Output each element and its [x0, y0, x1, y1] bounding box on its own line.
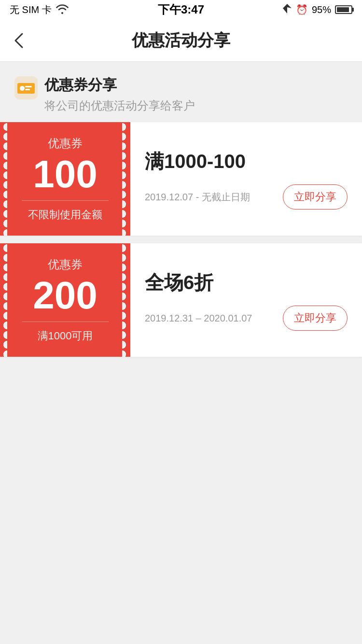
coupon-label-2: 优惠券 [48, 257, 83, 272]
coupon-condition-1: 不限制使用金额 [28, 208, 102, 222]
coupon-list: 优惠券 100 不限制使用金额 满1000-100 2019.12.07 - 无… [0, 122, 362, 379]
coupon-amount-1: 100 [33, 155, 97, 194]
coupon-divider-2 [22, 322, 109, 322]
section-title: 优惠券分享 [44, 75, 195, 95]
coupon-left-stub: 优惠券 200 满1000可用 [0, 243, 130, 357]
alarm-icon: ⏰ [296, 4, 308, 15]
status-right: ⏰ 95% [282, 3, 352, 16]
coupon-amount-2: 200 [33, 276, 97, 315]
bottom-space [0, 379, 362, 644]
status-time: 下午3:47 [158, 2, 204, 17]
coupon-meta-1: 2019.12.07 - 无截止日期 立即分享 [145, 184, 348, 210]
wifi-icon [56, 3, 69, 16]
section-subtitle: 将公司的优惠活动分享给客户 [44, 98, 195, 113]
coupon-left-stub: 优惠券 100 不限制使用金额 [0, 122, 130, 236]
coupon-card: 优惠券 200 满1000可用 全场6折 2019.12.31 – 2020.0… [0, 243, 362, 357]
page-title: 优惠活动分享 [132, 29, 230, 52]
location-icon [282, 3, 292, 16]
coupon-date-1: 2019.12.07 - 无截止日期 [145, 191, 250, 204]
coupon-condition-2: 满1000可用 [38, 329, 93, 343]
coupon-name-2: 全场6折 [145, 269, 348, 296]
coupon-label-1: 优惠券 [48, 136, 83, 151]
svg-rect-4 [25, 89, 30, 90]
coupon-date-2: 2019.12.31 – 2020.01.07 [145, 313, 252, 324]
share-button-1[interactable]: 立即分享 [283, 184, 348, 210]
status-bar: 无 SIM 卡 下午3:47 ⏰ 95% [0, 0, 362, 19]
svg-rect-3 [25, 86, 32, 87]
section-header: 优惠券分享 将公司的优惠活动分享给客户 [0, 62, 362, 122]
battery-icon [335, 5, 352, 14]
coupon-name-1: 满1000-100 [145, 148, 348, 175]
status-left: 无 SIM 卡 [10, 3, 69, 16]
coupon-divider-1 [22, 200, 109, 201]
coupon-meta-2: 2019.12.31 – 2020.01.07 立即分享 [145, 306, 348, 331]
section-text: 优惠券分享 将公司的优惠活动分享给客户 [44, 75, 195, 113]
back-button[interactable] [14, 32, 24, 49]
coupon-share-icon [14, 76, 38, 99]
carrier-text: 无 SIM 卡 [10, 3, 52, 16]
coupon-right-info-2: 全场6折 2019.12.31 – 2020.01.07 立即分享 [130, 243, 362, 357]
battery-text: 95% [312, 4, 331, 15]
coupon-right-info-1: 满1000-100 2019.12.07 - 无截止日期 立即分享 [130, 122, 362, 236]
nav-bar: 优惠活动分享 [0, 19, 362, 62]
share-button-2[interactable]: 立即分享 [283, 306, 348, 331]
coupon-card: 优惠券 100 不限制使用金额 满1000-100 2019.12.07 - 无… [0, 122, 362, 236]
